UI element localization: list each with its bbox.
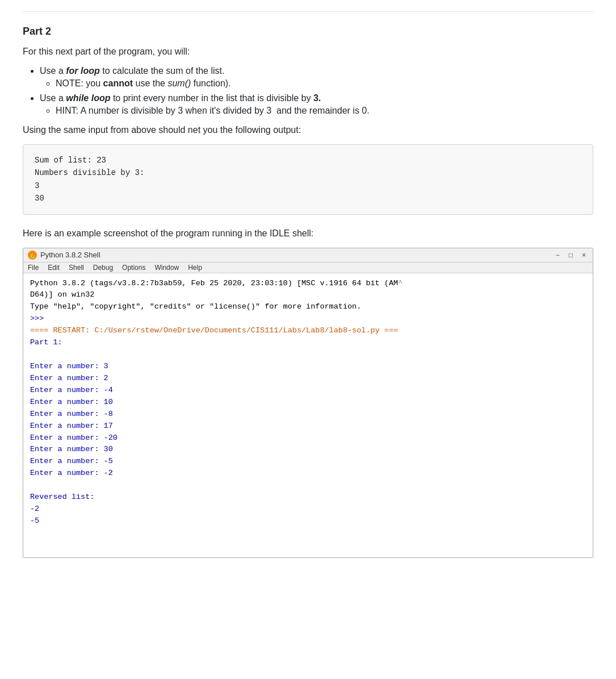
idle-line-num3: Enter a number: -4 <box>30 385 586 397</box>
idle-blank-1 <box>30 349 586 361</box>
using-text: Using the same input from above should n… <box>23 125 593 135</box>
idle-line-rev2: -5 <box>30 515 586 527</box>
code-line-1: Sum of list: 23 <box>35 154 581 166</box>
sum-func-text: sum() <box>167 78 191 88</box>
sub-bullet-1: NOTE: you cannot use the sum() function)… <box>56 78 593 89</box>
minimize-button[interactable]: − <box>554 251 562 259</box>
cannot-text: cannot <box>103 78 133 88</box>
bold-3: 3. <box>313 93 321 103</box>
idle-line-4: >>> <box>30 313 586 325</box>
sub-list-1: NOTE: you cannot use the sum() function)… <box>40 78 593 89</box>
idle-line-part1: Part 1: <box>30 337 586 349</box>
part-heading: Part 2 <box>23 26 593 38</box>
idle-line-num4: Enter a number: 10 <box>30 397 586 409</box>
idle-line-restart: ==== RESTART: C:/Users/rstew/OneDrive/Do… <box>30 325 586 337</box>
idle-line-num2: Enter a number: 2 <box>30 373 586 385</box>
idle-app-icon: 🐍 <box>28 251 37 260</box>
idle-line-num10: Enter a number: -2 <box>30 468 586 480</box>
menu-edit[interactable]: Edit <box>48 264 60 272</box>
idle-line-reversed: Reversed list: <box>30 491 586 503</box>
idle-line-num8: Enter a number: 30 <box>30 444 586 456</box>
code-line-2: Numbers divisible by 3: <box>35 166 581 179</box>
idle-line-num6: Enter a number: 17 <box>30 420 586 432</box>
sub-list-2: HINT: A number is divisible by 3 when it… <box>40 106 593 116</box>
idle-title-left: 🐍 Python 3.8.2 Shell <box>28 251 100 260</box>
code-output-block: Sum of list: 23 Numbers divisible by 3: … <box>23 144 593 215</box>
menu-help[interactable]: Help <box>188 264 202 272</box>
top-border <box>23 11 593 12</box>
idle-blank-2 <box>30 480 586 491</box>
idle-line-rev1: -2 <box>30 503 586 515</box>
idle-line-num9: Enter a number: -5 <box>30 456 586 468</box>
for-loop-text: for loop <box>66 66 100 76</box>
close-button[interactable]: × <box>580 251 588 259</box>
code-line-4: 30 <box>35 192 581 205</box>
intro-text: For this next part of the program, you w… <box>23 47 593 57</box>
idle-line-num5: Enter a number: -8 <box>30 409 586 420</box>
bullet-list: Use a for loop to calculate the sum of t… <box>23 66 593 116</box>
bullet-item-1: Use a for loop to calculate the sum of t… <box>40 66 593 89</box>
idle-window-controls[interactable]: − □ × <box>554 251 588 259</box>
menu-file[interactable]: File <box>28 264 39 272</box>
here-text: Here is an example screenshot of the pro… <box>23 228 593 239</box>
idle-content: Python 3.8.2 (tags/v3.8.2:7b3ab59, Feb 2… <box>23 273 593 557</box>
maximize-button[interactable]: □ <box>567 251 575 259</box>
idle-line-3: Type "help", "copyright", "credits" or "… <box>30 301 586 313</box>
page-wrapper: Part 2 For this next part of the program… <box>0 0 616 586</box>
sub-bullet-2: HINT: A number is divisible by 3 when it… <box>56 106 593 116</box>
idle-menubar: File Edit Shell Debug Options Window Hel… <box>23 263 593 273</box>
idle-window: 🐍 Python 3.8.2 Shell − □ × File Edit She… <box>23 248 593 558</box>
idle-line-2: D64)] on win32 <box>30 289 586 301</box>
idle-title-text: Python 3.8.2 Shell <box>40 251 100 259</box>
svg-text:🐍: 🐍 <box>30 253 35 259</box>
menu-options[interactable]: Options <box>122 264 145 272</box>
bullet-item-2: Use a while loop to print every number i… <box>40 93 593 116</box>
idle-titlebar: 🐍 Python 3.8.2 Shell − □ × <box>23 248 593 263</box>
menu-debug[interactable]: Debug <box>93 264 113 272</box>
idle-line-num7: Enter a number: -20 <box>30 432 586 444</box>
menu-window[interactable]: Window <box>154 264 179 272</box>
menu-shell[interactable]: Shell <box>69 264 84 272</box>
idle-line-num1: Enter a number: 3 <box>30 361 586 373</box>
code-line-3: 3 <box>35 180 581 192</box>
while-loop-text: while loop <box>66 93 110 103</box>
idle-line-1: Python 3.8.2 (tags/v3.8.2:7b3ab59, Feb 2… <box>30 278 586 290</box>
